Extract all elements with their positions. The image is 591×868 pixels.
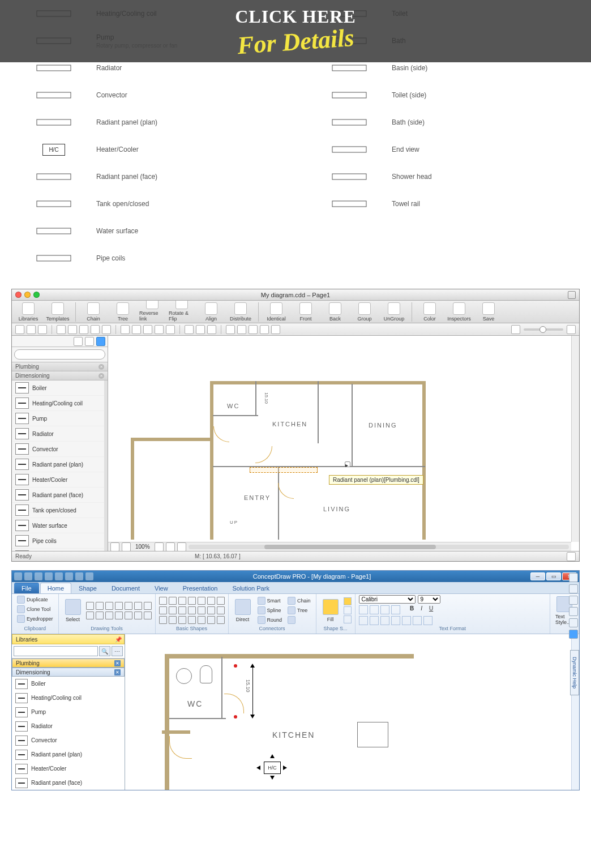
shape-icon[interactable]	[198, 606, 205, 614]
connector-tool-icon[interactable]	[132, 325, 141, 334]
dim-handle[interactable]	[234, 715, 237, 719]
minimize-button[interactable]: ─	[530, 572, 545, 580]
shape-icon[interactable]	[178, 616, 186, 624]
connector-tool-icon[interactable]	[166, 325, 175, 334]
tool-icon[interactable]	[569, 584, 578, 593]
maximize-button[interactable]: ▭	[546, 572, 561, 580]
libraries-panel-header[interactable]: Libraries 📌	[12, 634, 125, 644]
tool-icon[interactable]	[144, 602, 152, 610]
valign-icon[interactable]	[402, 616, 411, 625]
align-tool-icon[interactable]	[207, 325, 216, 334]
tool-icon[interactable]	[105, 602, 113, 610]
font-size-select[interactable]: 9	[418, 595, 440, 604]
help-icon[interactable]	[569, 630, 578, 639]
zoom-in-icon[interactable]	[567, 325, 576, 334]
tool-icon[interactable]	[86, 612, 94, 619]
shape-icon[interactable]	[178, 606, 186, 614]
shape-tool-icon[interactable]	[57, 325, 66, 334]
page-nav-first-icon[interactable]	[110, 542, 119, 551]
tool-icon[interactable]	[96, 602, 104, 610]
templates-button[interactable]: Templates	[45, 302, 71, 322]
font-select[interactable]: Calibri	[359, 595, 416, 604]
font-color-icon[interactable]	[380, 605, 389, 614]
color-button[interactable]: Color	[417, 302, 443, 322]
shape-icon[interactable]	[169, 606, 177, 614]
library-item[interactable]: Boiler	[12, 380, 104, 396]
hand-tool-icon[interactable]	[249, 325, 258, 334]
dim-handle[interactable]	[234, 664, 237, 668]
tool-icon[interactable]	[569, 607, 578, 616]
direct-connector-button[interactable]: Direct	[232, 598, 254, 623]
shape-icon[interactable]	[217, 616, 225, 624]
rect-select-icon[interactable]	[27, 325, 36, 334]
library-item[interactable]: Radiant panel (face)	[12, 776, 125, 790]
list-view-icon[interactable]	[74, 337, 83, 346]
grid-view-icon[interactable]	[85, 337, 94, 346]
library-item[interactable]: Pump	[12, 411, 104, 426]
library-item[interactable]: Radiant panel (face)	[12, 488, 104, 503]
view-tool-icon[interactable]	[271, 325, 280, 334]
page-pane-icon[interactable]	[177, 542, 186, 551]
shape-icon[interactable]	[217, 606, 225, 614]
swatch-icon[interactable]	[344, 606, 352, 614]
tool-icon[interactable]	[134, 612, 142, 619]
shape-tool-icon[interactable]	[102, 325, 111, 334]
swatch-icon[interactable]	[344, 597, 352, 605]
tool-icon[interactable]	[115, 602, 123, 610]
shape-icon[interactable]	[188, 606, 196, 614]
connector-tool-icon[interactable]	[121, 325, 130, 334]
view-tool-icon[interactable]	[226, 325, 235, 334]
zoom-slider[interactable]	[524, 328, 563, 331]
search-icon[interactable]	[96, 337, 105, 346]
drawing-canvas[interactable]: WC KITCHEN DINING ENTRY LIVING UP 15.10 …	[108, 336, 579, 551]
drawing-canvas[interactable]: WC KITCHEN 15.10 H/C	[125, 634, 579, 790]
tab-document[interactable]: Document	[104, 583, 147, 593]
shape-icon[interactable]	[159, 606, 167, 614]
page-nav-prev-icon[interactable]	[122, 542, 131, 551]
scroll-track[interactable]	[189, 545, 569, 549]
align-center-icon[interactable]	[370, 616, 379, 625]
shape-tool-icon[interactable]	[91, 325, 100, 334]
bold-button[interactable]: B	[408, 605, 416, 614]
clone-tool-button[interactable]: Clone Tool	[15, 605, 52, 614]
chain-button[interactable]: Chain	[286, 596, 312, 605]
align-tool-icon[interactable]	[185, 325, 194, 334]
save-icon[interactable]	[24, 572, 32, 580]
mac-titlebar[interactable]: My diagram.cdd – Page1	[12, 289, 579, 301]
duplicate-button[interactable]: Duplicate	[15, 595, 50, 604]
library-item[interactable]: Tank open/closed	[12, 503, 104, 518]
eyedropper-button[interactable]: Eyedropper	[15, 614, 55, 623]
inspectors-button[interactable]: Inspectors	[446, 302, 472, 322]
chain-button[interactable]: Chain	[80, 302, 106, 322]
qat-icon[interactable]	[65, 572, 73, 580]
smart-connector-button[interactable]: Smart	[256, 596, 284, 605]
tool-icon[interactable]	[96, 612, 104, 619]
shape-icon[interactable]	[207, 597, 215, 605]
library-section-plumbing[interactable]: Plumbing ×	[12, 362, 108, 371]
tab-view[interactable]: View	[147, 583, 175, 593]
library-item[interactable]: Radiator	[12, 426, 104, 442]
status-icon[interactable]	[567, 552, 576, 561]
pointer-tool-icon[interactable]	[15, 325, 24, 334]
tool-icon[interactable]	[134, 602, 142, 610]
tool-icon[interactable]	[144, 612, 152, 619]
shape-icon[interactable]	[169, 616, 177, 624]
underline-button[interactable]: U	[427, 605, 435, 614]
library-item[interactable]: Heater/Cooler	[12, 472, 104, 488]
heater-cooler-symbol[interactable]: H/C	[264, 762, 281, 774]
drag-handle-icon[interactable]: ▸	[345, 461, 350, 467]
tab-home[interactable]: Home	[40, 583, 71, 593]
shape-icon[interactable]	[198, 616, 205, 624]
library-item[interactable]: Pump	[12, 705, 125, 719]
library-item[interactable]: Pipe coils	[12, 533, 104, 549]
search-input[interactable]	[14, 646, 98, 656]
library-item[interactable]: Radiant panel (plan)	[12, 747, 125, 762]
round-connector-button[interactable]: Round	[256, 615, 284, 625]
tab-presentation[interactable]: Presentation	[175, 583, 225, 593]
library-section-dimensioning[interactable]: Dimensioning ×	[12, 371, 108, 380]
library-item[interactable]: Water surface	[12, 518, 104, 533]
library-item[interactable]: Sink unit	[12, 549, 104, 551]
shape-icon[interactable]	[198, 597, 205, 605]
align-justify-icon[interactable]	[391, 616, 400, 625]
qat-icon[interactable]	[75, 572, 83, 580]
